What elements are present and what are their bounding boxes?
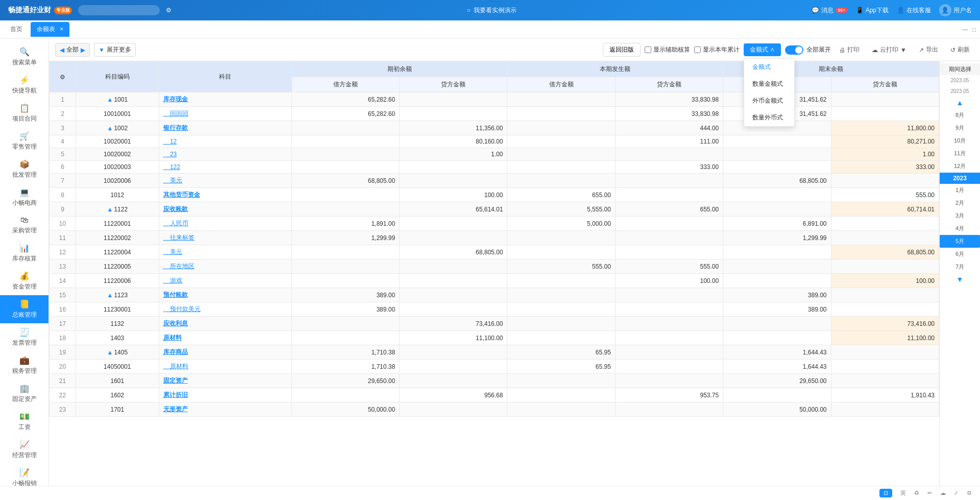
back-old-version-btn[interactable]: 返回旧版 xyxy=(603,43,641,57)
online-service-label: 在线客服 xyxy=(906,6,931,15)
show-subsidiary-check[interactable]: 显示辅助核算 xyxy=(645,45,690,54)
row-cl-credit xyxy=(831,374,939,388)
row-subject[interactable]: 银行存款 xyxy=(159,121,291,135)
row-subject[interactable]: 库存商品 xyxy=(159,345,291,360)
status-item-edit[interactable]: ✏ xyxy=(927,490,932,496)
row-subject[interactable]: 原材料 xyxy=(159,360,291,374)
row-subject[interactable]: 预付款美元 xyxy=(159,302,291,317)
row-subject[interactable]: 人民币 xyxy=(159,217,291,231)
row-cur-debit: 655.00 xyxy=(507,188,615,202)
expand-more-btn[interactable]: ▼ 展开更多 xyxy=(94,43,136,57)
row-subject[interactable]: 122 xyxy=(159,161,291,174)
app-download-btn[interactable]: 📱 App下载 xyxy=(856,6,889,15)
sidebar-item-operations[interactable]: 📈 经营管理 xyxy=(0,436,48,464)
tab-home[interactable]: 首页 xyxy=(4,22,29,37)
user-menu[interactable]: 👤 用户名 xyxy=(939,4,972,16)
sidebar-label-purchase: 采购管理 xyxy=(12,226,37,235)
row-subject[interactable]: 12 xyxy=(159,135,291,148)
export-btn[interactable]: ↗ 导出 xyxy=(915,43,942,56)
refresh-btn[interactable]: ↺ 刷新 xyxy=(946,43,974,56)
row-subject[interactable]: 预付账款 xyxy=(159,288,291,302)
sidebar-item-retail[interactable]: 🛒 零售管理 xyxy=(0,127,48,155)
status-item-refresh[interactable]: ♻ xyxy=(914,490,919,496)
minimize-icon[interactable]: — xyxy=(962,26,968,33)
period-oct[interactable]: 10月 xyxy=(940,134,980,147)
row-subject[interactable]: 库存现金 xyxy=(159,92,291,107)
status-item-check[interactable]: ✓ xyxy=(954,490,959,496)
sidebar-item-search[interactable]: 🔍 搜索菜单 xyxy=(0,43,48,71)
all-filter-btn[interactable]: ◀ 全部 ▶ xyxy=(55,43,90,57)
period-apr[interactable]: 4月 xyxy=(940,222,980,235)
period-dec[interactable]: 12月 xyxy=(940,160,980,173)
sidebar-item-ecommerce[interactable]: 💻 小畅电商 xyxy=(0,183,48,211)
sidebar-item-purchase[interactable]: 🛍 采购管理 xyxy=(0,211,48,239)
row-subject[interactable]: 美元 xyxy=(159,245,291,259)
period-down-btn[interactable]: ▼ xyxy=(954,273,966,285)
sidebar-item-wholesale[interactable]: 📦 批发管理 xyxy=(0,155,48,183)
ytd-checkbox[interactable] xyxy=(694,46,701,53)
row-subject[interactable]: 应收账款 xyxy=(159,202,291,217)
top-search-input[interactable] xyxy=(78,5,160,15)
subsidiary-checkbox[interactable] xyxy=(645,46,651,53)
message-btn[interactable]: 💬 消息 99+ xyxy=(812,6,847,15)
status-item-1[interactable]: ⊡ xyxy=(879,489,892,497)
online-service-btn[interactable]: 👤 在线客服 xyxy=(897,6,931,15)
row-subject[interactable]: 回回回 xyxy=(159,107,291,121)
sidebar-item-inventory[interactable]: 📊 库存核算 xyxy=(0,239,48,267)
tax-icon: 💼 xyxy=(19,355,30,365)
row-cl-credit xyxy=(831,288,939,302)
sidebar-item-quick-nav[interactable]: ⚡ 快捷导航 xyxy=(0,71,48,99)
demo-text[interactable]: 我要看实例演示 xyxy=(474,6,517,15)
sidebar-item-invoice[interactable]: 🧾 发票管理 xyxy=(0,323,48,351)
expand-all-toggle[interactable]: 全部展开 xyxy=(785,45,831,55)
format-dropdown-btn[interactable]: 金额式 ∧ xyxy=(744,43,781,56)
row-subject[interactable]: 累计折旧 xyxy=(159,388,291,402)
period-feb[interactable]: 2月 xyxy=(940,197,980,209)
row-subject[interactable]: 23 xyxy=(159,148,291,161)
status-item-cloud[interactable]: ☁ xyxy=(940,490,946,496)
period-sep[interactable]: 9月 xyxy=(940,122,980,134)
project-icon: 📋 xyxy=(19,103,30,113)
format-option-amount[interactable]: 金额式 xyxy=(744,59,794,76)
period-nov[interactable]: 11月 xyxy=(940,147,980,160)
table-row: 18 1403 原材料 11,100.00 11,100.00 xyxy=(50,331,939,345)
sidebar-item-payroll[interactable]: 💵 工资 xyxy=(0,408,48,436)
row-subject[interactable]: 游戏 xyxy=(159,274,291,288)
row-subject[interactable]: 应收利息 xyxy=(159,317,291,331)
sidebar-item-expense[interactable]: 📝 小畅报销 xyxy=(0,464,48,486)
sidebar-item-funds[interactable]: 💰 资金管理 xyxy=(0,267,48,295)
col-settings[interactable]: ⚙ xyxy=(50,62,76,92)
format-option-qty-amount[interactable]: 数量金额式 xyxy=(744,76,794,92)
row-subject[interactable]: 其他货币资金 xyxy=(159,188,291,202)
period-jun[interactable]: 6月 xyxy=(940,248,980,260)
print-btn[interactable]: 🖨 打印 xyxy=(835,43,864,56)
format-option-foreign-amount[interactable]: 外币金额式 xyxy=(744,92,794,109)
sidebar-item-ledger[interactable]: 📒 总账管理 xyxy=(0,295,48,323)
status-item-lang[interactable]: 英 xyxy=(900,489,906,497)
status-item-settings[interactable]: ⚙ xyxy=(967,490,972,496)
row-subject[interactable]: 原材料 xyxy=(159,331,291,345)
sidebar-item-tax[interactable]: 💼 税务管理 xyxy=(0,351,48,379)
tab-close-icon[interactable]: × xyxy=(60,26,63,33)
row-op-debit xyxy=(291,188,399,202)
period-aug[interactable]: 8月 xyxy=(940,109,980,122)
period-mar[interactable]: 3月 xyxy=(940,209,980,222)
period-up-btn[interactable]: ▲ xyxy=(954,97,966,109)
period-jul[interactable]: 7月 xyxy=(940,260,980,273)
settings-icon-top[interactable]: ⚙ xyxy=(166,7,172,14)
toggle-switch[interactable] xyxy=(785,45,803,55)
period-jan[interactable]: 1月 xyxy=(940,184,980,197)
period-may[interactable]: 5月 xyxy=(940,235,980,248)
format-option-qty-foreign[interactable]: 数量外币式 xyxy=(744,109,794,126)
show-ytd-check[interactable]: 显示本年累计 xyxy=(694,45,740,54)
sidebar-item-assets[interactable]: 🏢 固定资产 xyxy=(0,379,48,408)
sidebar-item-project[interactable]: 📋 项目合同 xyxy=(0,99,48,127)
row-subject[interactable]: 无形资产 xyxy=(159,402,291,417)
cloud-print-btn[interactable]: ☁ 云打印 ▼ xyxy=(868,43,911,56)
row-subject[interactable]: 往来标签 xyxy=(159,231,291,245)
tab-balance[interactable]: 余额表 × xyxy=(31,22,69,37)
row-subject[interactable]: 所在地区 xyxy=(159,259,291,274)
maximize-icon[interactable]: □ xyxy=(972,26,976,33)
row-subject[interactable]: 固定资产 xyxy=(159,374,291,388)
row-subject[interactable]: 美元 xyxy=(159,174,291,188)
